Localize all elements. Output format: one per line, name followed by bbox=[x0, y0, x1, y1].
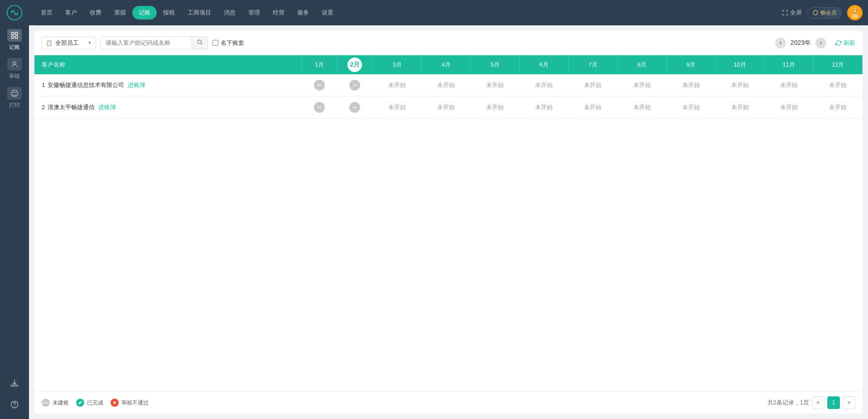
content-area: 📋 全部员工 ▼ 名下账套 bbox=[29, 25, 868, 419]
vip-button[interactable]: 畅会员 bbox=[807, 7, 842, 19]
status-not-started: 未开始 bbox=[388, 82, 406, 88]
col-mar: 3月 bbox=[373, 55, 422, 74]
employee-icon: 📋 bbox=[46, 40, 53, 46]
col-dec: 12月 bbox=[813, 55, 862, 74]
topnav-right: 全屏 畅会员 bbox=[782, 5, 863, 20]
rejected-label: 审核不通过 bbox=[121, 399, 149, 407]
status-not-started: 未开始 bbox=[437, 82, 455, 88]
next-year-button[interactable] bbox=[815, 38, 826, 48]
svg-rect-4 bbox=[15, 36, 18, 38]
status-not-started: 未开始 bbox=[584, 104, 602, 111]
svg-rect-6 bbox=[11, 92, 18, 95]
sidebar-item-print[interactable]: 打印 bbox=[0, 83, 29, 112]
month-cell: 未开始 bbox=[569, 96, 617, 119]
svg-point-14 bbox=[856, 10, 857, 11]
legend-completed: 已完成 bbox=[76, 399, 103, 407]
col-jul: 7月 bbox=[569, 55, 617, 74]
status-not-started: 未开始 bbox=[535, 82, 553, 88]
svg-point-5 bbox=[13, 62, 16, 64]
search-button[interactable] bbox=[192, 37, 207, 49]
prev-page-button[interactable]: < bbox=[812, 396, 825, 409]
client-num: 2 bbox=[42, 104, 45, 111]
col-client-name: 客户名称 bbox=[34, 55, 302, 74]
status-not-started: 未开始 bbox=[780, 82, 798, 88]
nav-client[interactable]: 客户 bbox=[59, 6, 83, 19]
status-dash-icon: – bbox=[314, 102, 325, 113]
print-icon bbox=[7, 87, 22, 100]
client-name: 安徽畅捷通信息技术有限公司 bbox=[48, 82, 124, 88]
download-btn[interactable] bbox=[5, 374, 24, 392]
nav-accounting[interactable]: 记账 bbox=[132, 6, 157, 19]
table-footer: — 未建账 已完成 bbox=[34, 391, 863, 414]
current-page-button[interactable]: 1 bbox=[827, 396, 840, 409]
table-row: 1安徽畅捷通信息技术有限公司进账簿––未开始未开始未开始未开始未开始未开始未开始… bbox=[34, 74, 863, 96]
sidebar-item-bookkeeping[interactable]: 记账 bbox=[0, 25, 29, 54]
month-cell: 未开始 bbox=[715, 74, 764, 96]
search-wrap bbox=[101, 36, 208, 49]
sidebar-item-label: 记账 bbox=[9, 43, 20, 51]
sidebar-item-audit[interactable]: 审核 bbox=[0, 54, 29, 83]
vip-label: 畅会员 bbox=[820, 9, 837, 17]
content-inner: 📋 全部员工 ▼ 名下账套 bbox=[34, 31, 863, 414]
client-cell: 2漠澳太平畅捷通信进账簿 bbox=[34, 96, 302, 119]
nav-manage[interactable]: 管理 bbox=[242, 6, 266, 19]
svg-rect-7 bbox=[11, 385, 18, 386]
employee-select-text: 全部员工 bbox=[55, 39, 85, 47]
main-area: 首页 客户 收费 票据 记账 报税 工商项目 消息 管理 经营 服务 设置 全屏… bbox=[29, 0, 868, 419]
sidebar-item-label: 打印 bbox=[9, 101, 20, 109]
svg-rect-3 bbox=[11, 36, 14, 38]
year-navigation: 2023年 bbox=[775, 38, 826, 48]
nav-service[interactable]: 服务 bbox=[291, 6, 315, 19]
month-cell: 未开始 bbox=[471, 96, 520, 119]
status-not-started: 未开始 bbox=[829, 104, 847, 111]
month-cell: 未开始 bbox=[813, 96, 862, 119]
client-cell: 1安徽畅捷通信息技术有限公司进账簿 bbox=[34, 74, 302, 96]
not-built-label: 未建账 bbox=[53, 399, 69, 407]
nav-message[interactable]: 消息 bbox=[217, 6, 242, 19]
enter-link[interactable]: 进账簿 bbox=[128, 82, 145, 88]
employee-select[interactable]: 📋 全部员工 ▼ bbox=[42, 37, 96, 49]
status-not-started: 未开始 bbox=[486, 82, 504, 88]
nav-operation[interactable]: 经营 bbox=[266, 6, 291, 19]
legend-not-built: — 未建账 bbox=[42, 399, 69, 407]
fullscreen-btn[interactable]: 全屏 bbox=[782, 9, 802, 17]
support-btn[interactable] bbox=[5, 395, 24, 414]
enter-link[interactable]: 进账簿 bbox=[98, 104, 116, 111]
status-not-started: 未开始 bbox=[780, 104, 798, 111]
nav-billing[interactable]: 收费 bbox=[83, 6, 108, 19]
svg-line-16 bbox=[201, 43, 203, 45]
user-avatar[interactable] bbox=[847, 5, 863, 20]
nav-settings[interactable]: 设置 bbox=[315, 6, 340, 19]
prev-year-button[interactable] bbox=[775, 38, 786, 48]
col-jun: 6月 bbox=[520, 55, 569, 74]
status-not-started: 未开始 bbox=[731, 82, 749, 88]
toolbar: 📋 全部员工 ▼ 名下账套 bbox=[34, 31, 863, 55]
search-input[interactable] bbox=[101, 37, 192, 48]
svg-rect-1 bbox=[11, 32, 14, 34]
completed-icon bbox=[76, 399, 84, 407]
svg-point-12 bbox=[851, 14, 858, 19]
next-page-button[interactable]: > bbox=[843, 396, 855, 409]
my-accounts-checkbox[interactable]: 名下账套 bbox=[212, 39, 244, 47]
nav-home[interactable]: 首页 bbox=[34, 6, 59, 19]
month-cell: 未开始 bbox=[764, 96, 813, 119]
nav-invoice[interactable]: 票据 bbox=[108, 6, 132, 19]
month-cell: 未开始 bbox=[520, 74, 569, 96]
legend-rejected: 审核不通过 bbox=[111, 399, 149, 407]
status-not-started: 未开始 bbox=[584, 82, 602, 88]
svg-point-15 bbox=[198, 40, 201, 43]
status-not-started: 未开始 bbox=[388, 104, 406, 111]
nav-tax[interactable]: 报税 bbox=[157, 6, 181, 19]
my-accounts-checkbox-input[interactable] bbox=[212, 40, 218, 46]
status-not-started: 未开始 bbox=[486, 104, 504, 111]
completed-label: 已完成 bbox=[87, 399, 103, 407]
month-cell: 未开始 bbox=[617, 74, 666, 96]
month-cell: 未开始 bbox=[715, 96, 764, 119]
rejected-icon bbox=[111, 399, 119, 407]
status-not-started: 未开始 bbox=[437, 104, 455, 111]
pagination: 共2条记录，1页 < 1 > bbox=[767, 396, 855, 409]
month-cell: 未开始 bbox=[813, 74, 862, 96]
refresh-button[interactable]: 刷新 bbox=[835, 39, 855, 47]
audit-icon bbox=[7, 58, 22, 71]
nav-business[interactable]: 工商项目 bbox=[181, 6, 217, 19]
